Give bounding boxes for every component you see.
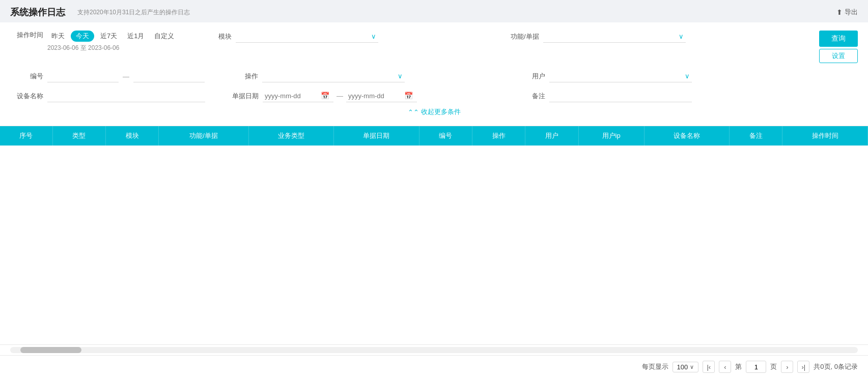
col-user: 用户 — [525, 126, 578, 146]
export-label: 导出 — [845, 8, 858, 17]
scrollbar-area — [0, 344, 868, 355]
page-subtitle: 支持2020年10月31日之后产生的操作日志 — [77, 8, 190, 17]
page-size-select[interactable]: 100 ∨ — [673, 362, 699, 372]
collapse-chevron-up-icon: ⌃⌃ — [408, 108, 419, 116]
col-op-time: 操作时间 — [782, 126, 868, 146]
module-chevron-down-icon: ∨ — [371, 33, 376, 40]
horizontal-scrollbar[interactable] — [10, 347, 858, 353]
page-input[interactable] — [746, 361, 766, 373]
code-input-start[interactable] — [47, 70, 119, 82]
col-biz-type: 业务类型 — [248, 126, 333, 146]
query-button[interactable]: 查询 — [819, 31, 858, 47]
export-icon: ⬆ — [836, 8, 843, 16]
operation-select[interactable]: ∨ — [262, 70, 405, 82]
action-buttons: 查询 设置 — [819, 31, 858, 63]
time-label: 操作时间 — [10, 31, 43, 40]
voucher-date-label: 单据日期 — [226, 92, 259, 101]
function-select[interactable]: ∨ — [543, 31, 686, 43]
device-label: 设备名称 — [10, 92, 43, 101]
time-btn-yesterday[interactable]: 昨天 — [47, 31, 69, 42]
col-type: 类型 — [52, 126, 105, 146]
function-chevron-down-icon: ∨ — [679, 33, 684, 40]
remark-input[interactable] — [549, 90, 692, 102]
date-end-wrap: 📅 — [346, 90, 417, 102]
device-input[interactable] — [47, 90, 205, 102]
table-header: 序号 类型 模块 功能/单据 业务类型 单据日期 编号 操作 用户 用户ip 设… — [0, 126, 868, 146]
operation-label: 操作 — [225, 72, 258, 81]
user-label: 用户 — [512, 72, 545, 81]
code-dash: — — [123, 73, 129, 80]
date-dash: — — [337, 92, 343, 100]
code-input-end[interactable] — [133, 70, 205, 82]
user-select[interactable]: ∨ — [549, 70, 692, 82]
col-function: 功能/单据 — [159, 126, 248, 146]
filter-area: 操作时间 昨天 今天 近7天 近1月 自定义 2023-06-06 至 2023… — [0, 22, 868, 126]
settings-button[interactable]: 设置 — [819, 49, 858, 63]
first-page-button[interactable]: |‹ — [703, 361, 715, 373]
page-label: 第 — [735, 362, 742, 371]
date-start-wrap: 📅 — [263, 90, 333, 102]
page-size-value: 100 — [677, 363, 688, 371]
module-select[interactable]: ∨ — [236, 31, 378, 43]
time-btn-custom[interactable]: 自定义 — [150, 31, 178, 42]
time-range-text: 2023-06-06 至 2023-06-06 — [47, 44, 178, 52]
col-sequence: 序号 — [0, 126, 52, 146]
calendar-start-icon[interactable]: 📅 — [321, 92, 329, 100]
col-voucher-date: 单据日期 — [334, 126, 419, 146]
pagination-bar: 每页显示 100 ∨ |‹ ‹ 第 页 › ›| 共0页, 0条记录 — [0, 355, 868, 378]
export-button[interactable]: ⬆ 导出 — [836, 8, 858, 17]
col-user-ip: 用户ip — [578, 126, 644, 146]
page-size-chevron-down-icon: ∨ — [690, 364, 694, 370]
collapse-button[interactable]: ⌃⌃ 收起更多条件 — [408, 107, 461, 117]
page-suffix: 页 — [770, 362, 777, 371]
col-remark: 备注 — [730, 126, 782, 146]
col-code: 编号 — [419, 126, 472, 146]
page-title: 系统操作日志 — [10, 6, 65, 18]
operation-chevron-down-icon: ∨ — [398, 72, 403, 80]
total-info: 共0页, 0条记录 — [814, 362, 858, 371]
prev-page-button[interactable]: ‹ — [719, 361, 731, 373]
date-end-input[interactable] — [348, 92, 404, 100]
page-header: 系统操作日志 支持2020年10月31日之后产生的操作日志 ⬆ 导出 — [0, 0, 868, 22]
user-chevron-down-icon: ∨ — [685, 72, 690, 80]
module-label: 模块 — [199, 32, 232, 41]
function-label: 功能/单据 — [506, 32, 539, 41]
calendar-end-icon[interactable]: 📅 — [404, 92, 413, 100]
code-label: 编号 — [10, 72, 43, 81]
last-page-button[interactable]: ›| — [797, 361, 809, 373]
col-device: 设备名称 — [644, 126, 729, 146]
time-btn-7days[interactable]: 近7天 — [96, 31, 121, 42]
table-wrapper: 序号 类型 模块 功能/单据 业务类型 单据日期 编号 操作 用户 用户ip 设… — [0, 126, 868, 344]
collapse-label: 收起更多条件 — [421, 107, 461, 117]
next-page-button[interactable]: › — [781, 361, 793, 373]
collapse-row: ⌃⌃ 收起更多条件 — [10, 104, 858, 122]
data-table: 序号 类型 模块 功能/单据 业务类型 单据日期 编号 操作 用户 用户ip 设… — [0, 126, 868, 146]
time-btn-1month[interactable]: 近1月 — [123, 31, 148, 42]
col-operation: 操作 — [472, 126, 525, 146]
remark-label: 备注 — [512, 92, 545, 101]
per-page-label: 每页显示 — [642, 362, 668, 371]
time-btn-today[interactable]: 今天 — [71, 31, 94, 42]
scrollbar-thumb[interactable] — [20, 347, 81, 353]
date-start-input[interactable] — [265, 92, 321, 100]
col-module: 模块 — [106, 126, 159, 146]
